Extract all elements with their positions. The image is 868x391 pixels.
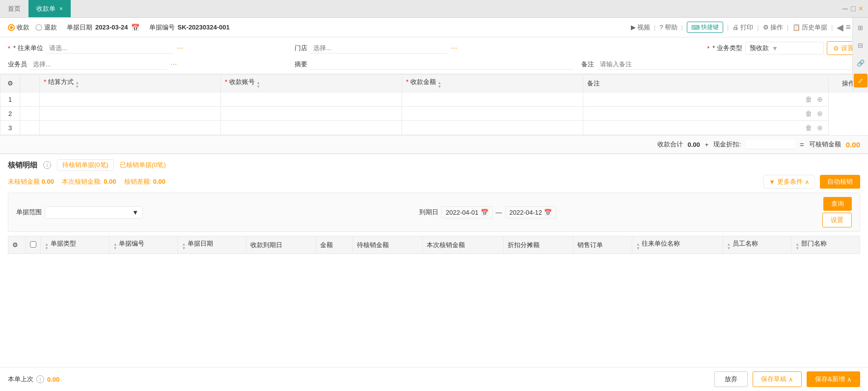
due-date-to-value: 2022-04-12: [510, 209, 542, 216]
ops-btn[interactable]: ⚙ 操作: [763, 23, 783, 32]
row-3-delete-btn[interactable]: 🗑: [804, 124, 814, 132]
maximize-btn[interactable]: □: [851, 4, 856, 13]
row-1-settle[interactable]: [20, 92, 40, 107]
hexiao-pending-tab[interactable]: 待核销单据(0笔): [57, 159, 114, 171]
right-panel-attach-icon[interactable]: 🔗: [854, 56, 868, 70]
prev-icon[interactable]: ◀: [837, 22, 843, 33]
close-btn[interactable]: ×: [859, 4, 863, 13]
bt-check-all[interactable]: [30, 241, 36, 248]
due-date-from-input[interactable]: 2022-04-01 📅: [441, 206, 493, 219]
staff-more-icon[interactable]: ···: [170, 60, 177, 69]
row-1-copy-btn[interactable]: ⊕: [815, 95, 824, 103]
discount-input[interactable]: [746, 140, 795, 149]
history-btn[interactable]: 📋 历史单据: [792, 23, 827, 32]
save-new-btn[interactable]: 保存&新增 ∧: [807, 371, 860, 387]
table-settle-th: * 结算方式 ▲▼: [40, 75, 221, 92]
account-sort-icon[interactable]: ▲▼: [256, 81, 260, 89]
staff-input[interactable]: [30, 59, 167, 70]
hexiao-info-icon[interactable]: i: [43, 161, 51, 169]
biz-type-label: * 业务类型: [712, 44, 742, 53]
more-conditions-btn[interactable]: ▼ 更多条件 ∧: [763, 175, 815, 189]
counterpart-input[interactable]: [46, 43, 174, 54]
help-btn[interactable]: ? 帮助: [659, 23, 677, 32]
range-select[interactable]: ▼: [45, 206, 143, 219]
bill-date-value[interactable]: 2023-03-24: [95, 24, 128, 31]
settle-sort-icon[interactable]: ▲▼: [75, 81, 79, 89]
row-3-num: 3: [0, 121, 20, 135]
save-draft-btn[interactable]: 保存草稿 ∧: [753, 371, 802, 387]
row-1-amount[interactable]: [221, 92, 402, 107]
right-panel-table-icon[interactable]: ⊞: [854, 21, 868, 34]
tab-shoukudan-close[interactable]: ×: [59, 5, 63, 12]
footer-info-icon[interactable]: i: [36, 375, 44, 383]
amount-sort-icon[interactable]: ▲▼: [437, 81, 441, 89]
due-date-field: 到期日 2022-04-01 📅 — 2022-04-12 📅: [419, 206, 814, 219]
remark-input[interactable]: [597, 59, 860, 70]
right-panel-expand-icon[interactable]: ⤢: [854, 74, 868, 87]
row-2-account[interactable]: [40, 107, 221, 121]
this-up-label: 本单上次: [8, 375, 33, 384]
bt-check-th[interactable]: [26, 236, 41, 254]
eq-label: =: [800, 140, 804, 149]
row-3-account[interactable]: [40, 121, 221, 135]
minimize-btn[interactable]: ─: [842, 4, 848, 13]
hexiao-done-tab[interactable]: 已核销单据(0笔): [120, 161, 166, 169]
footer-left: 本单上次 i 0.00: [8, 375, 59, 384]
tab-shoukudan[interactable]: 收款单 ×: [28, 0, 71, 17]
staff-group: 业务员 ···: [8, 59, 287, 70]
row-1-remark[interactable]: [402, 92, 583, 107]
right-panel: ⊞ ⊟ 🔗 ⤢: [852, 18, 868, 90]
abandon-btn[interactable]: 放弃: [714, 371, 748, 387]
due-date-to-input[interactable]: 2022-04-12 📅: [505, 206, 557, 219]
radio-group: 收款 退款: [8, 23, 57, 32]
cal-from-icon: 📅: [481, 209, 488, 216]
bt-staff-sort-icon[interactable]: ▲▼: [727, 243, 731, 251]
row-2-remark[interactable]: [402, 107, 583, 121]
query-btn[interactable]: 查询: [823, 197, 852, 211]
row-2-delete-btn[interactable]: 🗑: [804, 110, 814, 117]
bt-no-sort-icon[interactable]: ▲▼: [113, 243, 117, 251]
row-1-num: 1: [0, 92, 20, 107]
auto-hexiao-btn[interactable]: 自动核销: [820, 175, 860, 189]
diff-label: 核销差额: 0.00: [124, 177, 166, 186]
bt-type-sort-icon[interactable]: ▲▼: [45, 243, 49, 251]
right-panel-print-icon[interactable]: ⊟: [854, 38, 868, 52]
bt-dept-sort-icon[interactable]: ▲▼: [795, 243, 799, 251]
row-2-amount[interactable]: [221, 107, 402, 121]
summary-input[interactable]: [310, 59, 573, 70]
biz-type-value: 预收款: [750, 44, 769, 53]
store-input[interactable]: [310, 43, 448, 54]
row-2-settle[interactable]: [20, 107, 40, 121]
bill-no-field: 单据编号 SK-20230324-001: [149, 23, 230, 32]
print-icon: 🖨: [732, 24, 739, 31]
list-icon[interactable]: ≡: [845, 22, 851, 33]
radio-shoukuan[interactable]: 收款: [8, 23, 29, 32]
bt-amount-th: 金额: [316, 236, 353, 254]
bt-dept-th: ▲▼ 部门名称: [791, 236, 860, 254]
row-2-copy-btn[interactable]: ⊕: [815, 110, 824, 117]
bt-cp-sort-icon[interactable]: ▲▼: [636, 243, 640, 251]
biz-type-dropdown[interactable]: 预收款 ▼: [745, 42, 824, 55]
row-3-amount[interactable]: [221, 121, 402, 135]
bill-no-value[interactable]: SK-20230324-001: [178, 24, 230, 31]
bt-gear-th[interactable]: ⚙: [8, 236, 26, 254]
counterpart-more-icon[interactable]: ···: [177, 44, 183, 53]
form-fields: * * 往来单位 ··· 门店 ··· * * 业务类型 预收款: [0, 37, 868, 74]
bt-date-sort-icon[interactable]: ▲▼: [182, 243, 186, 251]
bill-date-calendar-icon[interactable]: 📅: [131, 24, 139, 31]
window-controls: ─ □ ×: [842, 4, 868, 13]
store-more-icon[interactable]: ···: [451, 44, 457, 53]
print-btn[interactable]: 🖨 打印: [732, 23, 753, 32]
filter-settings-btn[interactable]: 设置: [822, 213, 852, 227]
shortcut-btn[interactable]: ⌨ 快捷键: [687, 22, 723, 33]
row-3-settle[interactable]: [20, 121, 40, 135]
table-gear-th[interactable]: ⚙: [0, 75, 20, 92]
bt-sales-th: 销售订单: [573, 236, 632, 254]
radio-tuikuan[interactable]: 退款: [35, 23, 57, 32]
row-3-copy-btn[interactable]: ⊕: [815, 124, 824, 132]
row-1-delete-btn[interactable]: 🗑: [804, 95, 814, 103]
tab-home[interactable]: 首页: [0, 0, 28, 17]
row-3-remark[interactable]: [402, 121, 583, 135]
row-1-account[interactable]: [40, 92, 221, 107]
video-btn[interactable]: ▶ 视频: [631, 23, 650, 32]
